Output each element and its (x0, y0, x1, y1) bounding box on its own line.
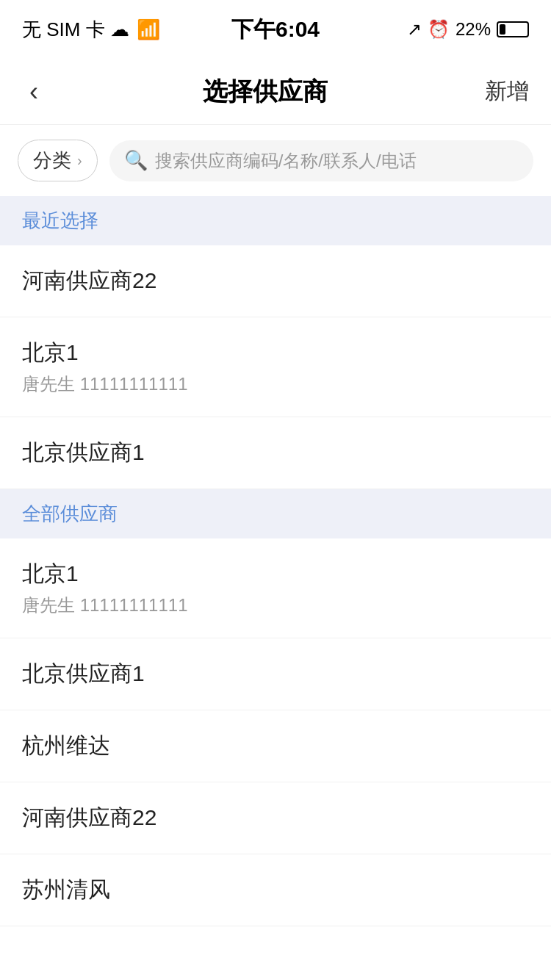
all-items-list: 北京1唐先生 11111111111北京供应商1杭州维达河南供应商22苏州清风 (0, 538, 551, 926)
search-icon: 🔍 (124, 149, 148, 172)
all-section-label: 全部供应商 (22, 502, 118, 525)
item-name: 北京1 (22, 338, 529, 368)
item-name: 苏州清风 (22, 875, 529, 905)
all-list-item[interactable]: 北京1唐先生 11111111111 (0, 538, 551, 638)
category-label: 分类 (33, 148, 71, 173)
all-section-header: 全部供应商 (0, 489, 551, 538)
item-name: 北京供应商1 (22, 438, 529, 468)
status-bar: 无 SIM 卡 ☁ 📶 下午6:04 ↗ ⏰ 22% (0, 0, 551, 59)
all-list-item[interactable]: 河南供应商22 (0, 782, 551, 854)
item-name: 河南供应商22 (22, 266, 529, 296)
battery-percent: 22% (455, 19, 491, 40)
search-box[interactable]: 🔍 搜索供应商编码/名称/联系人/电话 (109, 140, 533, 181)
alarm-icon: ⏰ (428, 19, 450, 40)
status-time: 下午6:04 (231, 15, 320, 45)
item-name: 杭州维达 (22, 731, 529, 761)
recent-items-list: 河南供应商22北京1唐先生 11111111111北京供应商1 (0, 245, 551, 489)
all-list-item[interactable]: 杭州维达 (0, 710, 551, 782)
add-button[interactable]: 新增 (485, 76, 529, 107)
all-list-item[interactable]: 苏州清风 (0, 854, 551, 926)
status-right: ↗ ⏰ 22% (407, 19, 529, 40)
category-button[interactable]: 分类 › (18, 140, 98, 181)
back-button[interactable]: ‹ (22, 69, 46, 115)
page-title: 选择供应商 (203, 75, 328, 109)
item-name: 北京1 (22, 559, 529, 589)
recent-list-item[interactable]: 河南供应商22 (0, 245, 551, 317)
item-name: 北京供应商1 (22, 659, 529, 689)
location-icon: ↗ (407, 19, 422, 40)
status-left: 无 SIM 卡 ☁ 📶 (22, 17, 160, 43)
recent-list-item[interactable]: 北京1唐先生 11111111111 (0, 317, 551, 417)
recent-list-item[interactable]: 北京供应商1 (0, 417, 551, 489)
nav-bar: ‹ 选择供应商 新增 (0, 59, 551, 125)
item-name: 河南供应商22 (22, 803, 529, 833)
item-sub: 唐先生 11111111111 (22, 372, 529, 396)
recent-section-label: 最近选择 (22, 209, 98, 231)
wifi-icon: 📶 (137, 18, 160, 41)
chevron-right-icon: › (77, 152, 82, 169)
all-list-item[interactable]: 北京供应商1 (0, 638, 551, 710)
recent-section-header: 最近选择 (0, 196, 551, 245)
no-sim-text: 无 SIM 卡 ☁ (22, 17, 129, 43)
search-placeholder: 搜索供应商编码/名称/联系人/电话 (155, 149, 417, 173)
filter-bar: 分类 › 🔍 搜索供应商编码/名称/联系人/电话 (0, 125, 551, 196)
item-sub: 唐先生 11111111111 (22, 594, 529, 617)
battery-icon (497, 21, 529, 37)
